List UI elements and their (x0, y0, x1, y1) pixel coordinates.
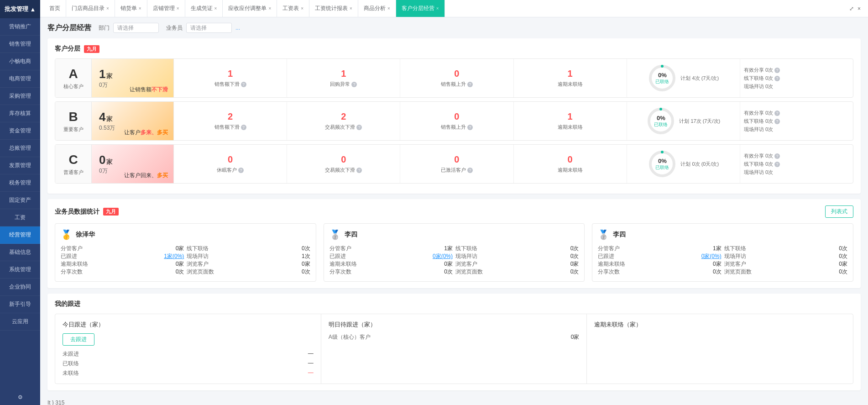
tab-restore-icon[interactable]: ⤢ (849, 5, 854, 12)
sidebar-item-ecommerce[interactable]: 电商管理 (0, 70, 40, 88)
sidebar-item-payroll[interactable]: 工资 (0, 209, 40, 226)
staff-name-2: 李四 (613, 231, 626, 239)
stat-label-17: 浏览页面数 (455, 268, 483, 276)
tab-sales-order[interactable]: 销货单× (115, 0, 147, 17)
sidebar-item-collab[interactable]: 企业协同 (0, 279, 40, 296)
sidebar-item-inventory[interactable]: 库存核算 (0, 105, 40, 122)
info-icon[interactable]: ? (356, 168, 362, 173)
staff-stat-row-00: 分管客户 0家 (61, 245, 184, 252)
sidebar-item-ecommerce-small[interactable]: 小畅电商 (0, 53, 40, 70)
list-view-button[interactable]: 列表式 (825, 205, 853, 218)
stat-val-11[interactable]: 0家(0%) (433, 252, 453, 260)
info-icon[interactable]: ? (351, 82, 357, 87)
stat-val-21[interactable]: 0家(0%) (701, 252, 722, 260)
tab-product-analysis[interactable]: 商品分析× (358, 0, 396, 17)
sidebar-item-basic[interactable]: 基础信息 (0, 244, 40, 261)
follow-label-01: 已联络 (63, 360, 79, 368)
info-icon[interactable]: ? (241, 82, 246, 87)
sidebar-item-finance[interactable]: 资金管理 (0, 122, 40, 140)
sidebar-item-sales[interactable]: 销售管理 (0, 36, 40, 53)
info-icon[interactable]: ? (238, 168, 244, 173)
stat-num-c-3: 0 (568, 154, 573, 165)
sidebar-top[interactable]: 批发管理 ▲ (0, 0, 40, 18)
stat-label-05: 现场拜访 (187, 252, 209, 260)
stat-val-16: 0家 (570, 260, 579, 268)
settings-icon[interactable]: ⚙ (0, 389, 40, 405)
close-icon[interactable]: × (436, 6, 439, 11)
tier-side-a: 有效分享 0次 ? 线下联络 0次 ? 现场拜访 0次 (740, 59, 853, 97)
close-icon[interactable]: × (106, 6, 109, 11)
sidebar-item-tax[interactable]: 税务管理 (0, 174, 40, 192)
sidebar-item-invoice[interactable]: 发票管理 (0, 157, 40, 174)
tab-store-mgmt[interactable]: 店铺管理× (147, 0, 185, 17)
staff-stat-row-15: 现场拜访 0次 (455, 252, 579, 260)
go-followup-button[interactable]: 去跟进 (63, 333, 94, 346)
staff-stat-row-06: 浏览客户 0家 (187, 260, 310, 268)
info-icon[interactable]: ? (774, 119, 780, 124)
info-icon[interactable]: ? (467, 168, 473, 173)
stat-label-00: 分管客户 (61, 245, 83, 252)
staff-stat-row-21: 已跟进 0家(0%) (598, 252, 721, 260)
tab-payroll-table[interactable]: 工资表× (277, 0, 309, 17)
follow-col-0: 今日跟进（家） 去跟进 未跟进 — 已联络 — 未联络 — (55, 314, 321, 384)
stat-val-01[interactable]: 1家(0%) (164, 252, 184, 260)
close-icon[interactable]: × (387, 6, 390, 11)
tier-stat-a-1: 1 回购异常? (287, 59, 400, 97)
filter-staff-label: 业务员 (166, 24, 183, 32)
stat-label-07: 浏览页面数 (187, 268, 214, 276)
sidebar-item-management[interactable]: 经营管理 (0, 226, 40, 244)
tab-home[interactable]: 首页 (44, 0, 66, 17)
stat-label-22: 逾期未联络 (598, 260, 625, 268)
sidebar-item-system[interactable]: 系统管理 (0, 261, 40, 279)
filter-dept-select[interactable]: 请选择 (113, 23, 159, 33)
tab-customer-tier[interactable]: 客户分层经营× (396, 0, 445, 17)
stat-num-b-1: 2 (341, 111, 346, 122)
close-icon[interactable]: × (301, 6, 303, 11)
tier-slogan-c: 让客户回来、多买 (124, 172, 168, 179)
info-icon[interactable]: ? (467, 82, 473, 87)
info-icon[interactable]: ? (467, 125, 473, 130)
sidebar-item-assets[interactable]: 固定资产 (0, 192, 40, 209)
staff-stats-1: 分管客户 1家 已跟进 0家(0%) 逾期未联络 0家 (329, 245, 579, 276)
info-icon[interactable]: ? (241, 125, 246, 130)
close-icon[interactable]: × (139, 6, 141, 11)
sidebar-item-marketing[interactable]: 营销推广 (0, 18, 40, 36)
sidebar-item-newbie[interactable]: 新手引导 (0, 296, 40, 313)
staff-name-1: 李四 (345, 231, 357, 239)
stat-label-25: 现场拜访 (724, 252, 746, 260)
info-icon[interactable]: ? (774, 76, 780, 81)
stat-label-c-1: 交易频次下滑? (325, 167, 362, 174)
sidebar-expand-icon: ▲ (30, 6, 36, 13)
sidebar-item-purchase[interactable]: 采购管理 (0, 88, 40, 105)
close-icon[interactable]: × (177, 6, 179, 11)
tab-voucher[interactable]: 生成凭证× (185, 0, 223, 17)
filter-more-btn[interactable]: ... (235, 25, 240, 31)
stat-val-00: 0家 (176, 245, 184, 252)
tier-side-b: 有效分享 0次 ? 线下联络 0次 ? 现场拜访 0次 (740, 102, 853, 140)
sidebar-item-ledger[interactable]: 总账管理 (0, 140, 40, 157)
tab-payroll-report[interactable]: 工资统计报表× (309, 0, 358, 17)
follow-grid: 今日跟进（家） 去跟进 未跟进 — 已联络 — 未联络 — (55, 314, 853, 384)
close-icon[interactable]: × (268, 6, 271, 11)
info-icon[interactable]: ? (774, 153, 780, 159)
follow-label-10: A级（核心）客户 (329, 333, 371, 341)
stat-val-23: 0次 (713, 268, 722, 276)
info-icon[interactable]: ? (356, 125, 362, 130)
close-icon[interactable]: × (350, 6, 352, 11)
tab-ar-ap[interactable]: 应收应付调整单× (223, 0, 277, 17)
tier-row-b: B 重要客户 4 家 0.53万 让客户多来、多买 (55, 101, 853, 141)
stat-num-b-0: 2 (228, 111, 233, 122)
staff-stat-row-23: 分享次数 0次 (598, 268, 721, 276)
filter-staff-select[interactable]: 请选择 (186, 23, 232, 33)
circle-b: 0% 已联络 (646, 106, 675, 136)
tab-store-products[interactable]: 门店商品目录× (66, 0, 115, 17)
tier-circle-c: 0% 已联络 计划 0次 (0天/次) (627, 145, 740, 183)
info-icon[interactable]: ? (774, 162, 780, 167)
stat-label-a-1: 回购异常? (330, 81, 357, 88)
tier-label-b: B 重要客户 (55, 102, 92, 140)
info-icon[interactable]: ? (774, 110, 780, 116)
info-icon[interactable]: ? (774, 68, 780, 73)
sidebar-item-cloud[interactable]: 云应用 (0, 313, 40, 331)
tab-close-all-icon[interactable]: × (858, 5, 861, 12)
close-icon[interactable]: × (214, 6, 217, 11)
